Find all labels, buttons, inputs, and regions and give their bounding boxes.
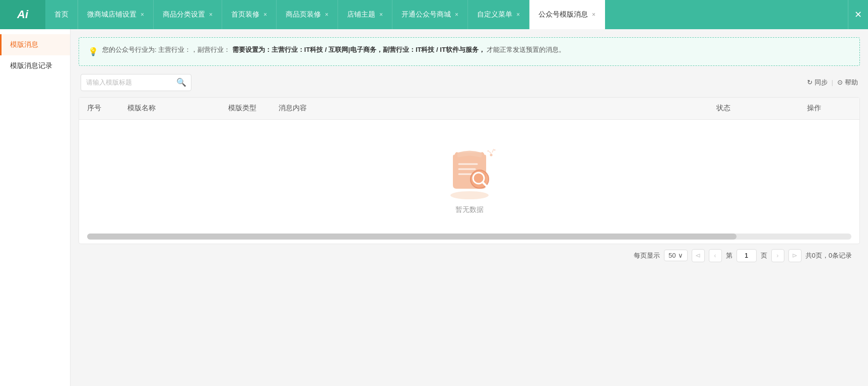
- close-all-button[interactable]: ✕: [848, 0, 868, 29]
- nav-tab-homepage[interactable]: 首页装修×: [222, 0, 277, 29]
- data-table: 序号 模版名称 模版类型 消息内容 状态 操作: [79, 97, 860, 244]
- page-size-label: 每页显示: [634, 251, 660, 260]
- notice-text: 您的公众号行业为: 主营行业：，副营行业： 需要设置为：主营行业：IT科技 / …: [102, 45, 850, 55]
- page-size-value: 50: [669, 252, 676, 259]
- scrollbar-thumb[interactable]: [87, 234, 737, 240]
- nav-tab-category[interactable]: 商品分类设置×: [154, 0, 222, 29]
- svg-line-10: [492, 149, 494, 152]
- search-input-wrap: 🔍: [81, 74, 191, 91]
- top-nav: Ai 首页微商城店铺设置×商品分类设置×首页装修×商品页装修×店铺主题×开通公众…: [0, 0, 868, 29]
- col-type: 模版类型: [220, 104, 271, 113]
- nav-tab-product[interactable]: 商品页装修×: [277, 0, 338, 29]
- logo: Ai: [0, 0, 45, 29]
- main-layout: 模版消息模版消息记录 💡 您的公众号行业为: 主营行业：，副营行业： 需要设置为…: [0, 29, 868, 386]
- svg-line-11: [489, 151, 491, 153]
- sync-icon: ↻: [807, 79, 813, 86]
- content-area: 💡 您的公众号行业为: 主营行业：，副营行业： 需要设置为：主营行业：IT科技 …: [71, 29, 868, 386]
- search-left: 🔍: [81, 74, 191, 91]
- prev-page-button[interactable]: ‹: [709, 249, 722, 262]
- notice-icon: 💡: [88, 45, 98, 58]
- close-tab-homepage[interactable]: ×: [263, 12, 267, 18]
- nav-tab-template[interactable]: 公众号模版消息×: [529, 0, 605, 29]
- close-tab-product[interactable]: ×: [325, 12, 328, 18]
- notice-banner: 💡 您的公众号行业为: 主营行业：，副营行业： 需要设置为：主营行业：IT科技 …: [79, 37, 860, 66]
- page-size-select[interactable]: 50 ∨: [664, 250, 687, 261]
- svg-point-9: [487, 150, 489, 151]
- search-right: ↻ 同步 | ⊙ 帮助: [807, 78, 858, 87]
- chevron-down-icon: ∨: [678, 252, 683, 259]
- close-tab-template[interactable]: ×: [592, 12, 595, 18]
- svg-point-0: [450, 191, 489, 199]
- table-header: 序号 模版名称 模版类型 消息内容 状态 操作: [79, 98, 859, 120]
- nav-tab-mall[interactable]: 开通公众号商城×: [392, 0, 468, 29]
- close-tab-menu[interactable]: ×: [516, 12, 520, 18]
- next-page-button[interactable]: ›: [771, 249, 784, 262]
- divider: |: [832, 79, 833, 86]
- nav-tab-menu[interactable]: 自定义菜单×: [468, 0, 529, 29]
- col-content: 消息内容: [271, 104, 708, 113]
- help-icon: ⊙: [837, 79, 843, 86]
- col-status: 状态: [708, 104, 799, 113]
- col-name: 模版名称: [119, 104, 220, 113]
- svg-point-7: [490, 153, 492, 156]
- search-button[interactable]: 🔍: [176, 78, 186, 87]
- col-action: 操作: [799, 104, 859, 113]
- total-info: 共0页，0条记录: [806, 251, 852, 260]
- search-bar: 🔍 ↻ 同步 | ⊙ 帮助: [79, 74, 860, 91]
- empty-text: 暂无数据: [455, 205, 484, 214]
- sidebar-item-template-msg[interactable]: 模版消息: [0, 34, 70, 55]
- sidebar: 模版消息模版消息记录: [0, 29, 71, 386]
- search-input[interactable]: [81, 74, 191, 91]
- first-page-button[interactable]: ⊲: [692, 249, 705, 262]
- sync-label: 同步: [815, 78, 828, 87]
- page-number-input[interactable]: [737, 249, 757, 262]
- page-label-post: 页: [761, 251, 767, 260]
- page-label-pre: 第: [726, 251, 732, 260]
- nav-tab-weishop[interactable]: 微商城店铺设置×: [78, 0, 154, 29]
- help-button[interactable]: ⊙ 帮助: [837, 78, 858, 87]
- close-tab-category[interactable]: ×: [209, 12, 213, 18]
- notice-prefix: 您的公众号行业为: 主营行业：，副营行业：: [102, 46, 230, 53]
- notice-highlight: 需要设置为：主营行业：IT科技 / 互联网|电子商务，副营行业：IT科技 / I…: [232, 46, 485, 53]
- pagination: 每页显示 50 ∨ ⊲ ‹ 第 页 › ⊳ 共0页，0条记录: [79, 244, 860, 267]
- sync-button[interactable]: ↻ 同步: [807, 78, 828, 87]
- close-tab-weishop[interactable]: ×: [141, 12, 144, 18]
- close-tab-mall[interactable]: ×: [455, 12, 458, 18]
- empty-illustration: [437, 140, 502, 205]
- help-label: 帮助: [845, 78, 858, 87]
- col-seq: 序号: [79, 104, 119, 113]
- nav-tab-home[interactable]: 首页: [45, 0, 78, 29]
- empty-state: 暂无数据: [79, 120, 859, 229]
- nav-tab-theme[interactable]: 店铺主题×: [338, 0, 392, 29]
- horizontal-scrollbar[interactable]: [87, 234, 851, 240]
- last-page-button[interactable]: ⊳: [788, 249, 802, 262]
- nav-tabs: 首页微商城店铺设置×商品分类设置×首页装修×商品页装修×店铺主题×开通公众号商城…: [45, 0, 848, 29]
- svg-point-8: [494, 149, 495, 150]
- close-tab-theme[interactable]: ×: [379, 12, 383, 18]
- sidebar-item-template-record[interactable]: 模版消息记录: [0, 55, 70, 76]
- notice-suffix: 才能正常发送预置的消息。: [487, 46, 565, 53]
